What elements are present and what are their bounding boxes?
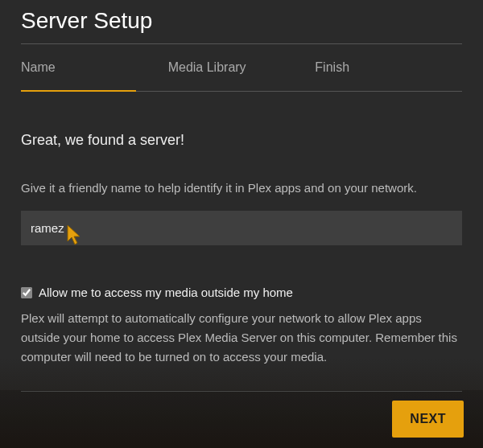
step-finish[interactable]: Finish — [315, 44, 462, 91]
next-button[interactable]: NEXT — [392, 401, 464, 438]
step-media-library[interactable]: Media Library — [168, 44, 316, 91]
remote-access-label: Allow me to access my media outside my h… — [39, 286, 293, 299]
page-title: Server Setup — [21, 0, 462, 43]
remote-access-checkbox[interactable] — [21, 287, 32, 298]
footer-bar: NEXT — [0, 390, 483, 448]
server-name-input[interactable] — [21, 211, 462, 245]
wizard-steps: Name Media Library Finish — [21, 43, 462, 92]
remote-access-description: Plex will attempt to automatically confi… — [21, 309, 462, 367]
step-name[interactable]: Name — [21, 44, 168, 91]
found-server-heading: Great, we found a server! — [21, 132, 462, 149]
name-instruction: Give it a friendly name to help identify… — [21, 181, 462, 195]
